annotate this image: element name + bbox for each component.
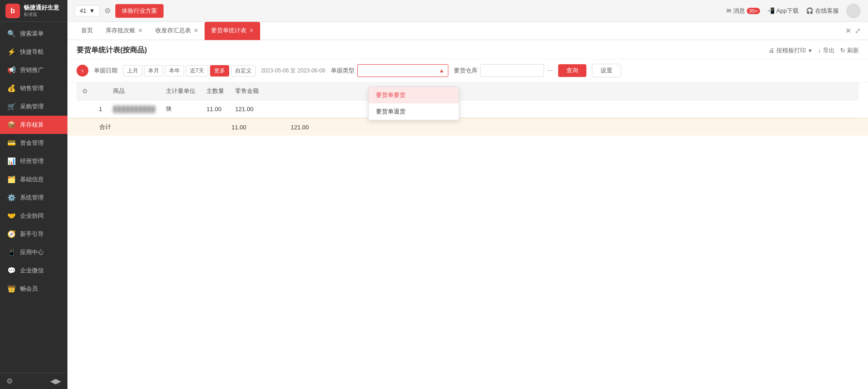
close-all-icon[interactable]: ✕: [845, 26, 851, 35]
sidebar-item-label: 经营管理: [20, 157, 44, 165]
col-spacer: [264, 82, 859, 100]
col-settings-icon[interactable]: ⚙: [82, 87, 88, 95]
sidebar-item-search[interactable]: 🔍 搜索菜单: [0, 25, 67, 43]
date-btn-7days[interactable]: 近7天: [186, 65, 208, 77]
sidebar-item-shortcut[interactable]: ⚡ 快捷导航: [0, 43, 67, 61]
sidebar-item-operation[interactable]: 📊 经营管理: [0, 152, 67, 170]
tab-receive[interactable]: 收发存汇总表 ✕: [149, 22, 205, 40]
tab-receive-close[interactable]: ✕: [194, 27, 198, 34]
type-label: 单据类型: [331, 67, 354, 75]
filter-toggle-btn[interactable]: ›: [77, 65, 88, 77]
col-num-header: [93, 82, 108, 100]
sidebar-item-label: 库存核算: [20, 121, 44, 129]
tab-batch-close[interactable]: ✕: [138, 27, 143, 34]
date-btn-this-month[interactable]: 本月: [144, 65, 163, 77]
online-service-btn[interactable]: 🎧 在线客服: [806, 7, 839, 15]
sidebar-footer: ⚙ ◀▶: [0, 373, 67, 389]
sidebar-header: b 畅捷通好生意 标准版: [0, 0, 67, 22]
refresh-btn[interactable]: ↻ 刷新: [840, 46, 859, 55]
enterprise-icon: 🤝: [6, 211, 16, 221]
sidebar-item-apps[interactable]: 📱 应用中心: [0, 243, 67, 261]
warehouse-label: 要货仓库: [454, 67, 478, 75]
print-label: 按模板打印: [776, 46, 806, 55]
sidebar-item-label: 应用中心: [20, 248, 44, 256]
row-spacer: [264, 100, 859, 118]
tab-batch[interactable]: 库存批次账 ✕: [99, 22, 149, 40]
date-btn-more[interactable]: 更多: [210, 65, 229, 77]
date-btn-custom[interactable]: 自定义: [231, 65, 256, 77]
settings-footer-icon[interactable]: ⚙: [6, 377, 13, 385]
messages-btn[interactable]: ✉ 消息 99+: [726, 7, 760, 15]
expand-icon[interactable]: ⤢: [855, 26, 861, 35]
filter-more-icon[interactable]: ···: [547, 67, 553, 75]
topbar-left: 41 ▼ ⚙ 体验行业方案: [75, 4, 164, 18]
sidebar-item-wechat[interactable]: 💬 企业微信: [0, 261, 67, 280]
page-title: 要货单统计表(按商品): [77, 46, 147, 55]
row-qty: 11.00: [201, 100, 230, 118]
content-area: 要货单统计表(按商品) 🖨 按模板打印 ▼ ↓ 导出 ↻ 刷新: [67, 40, 868, 389]
sidebar-item-basic[interactable]: 🗂️ 基础信息: [0, 170, 67, 189]
sidebar-item-sales[interactable]: 💰 销售管理: [0, 79, 67, 97]
finance-icon: 💳: [6, 138, 16, 148]
table-header-row: ⚙ 商品 主计量单位 主数量 零售金额: [77, 82, 859, 100]
app-logo: b: [5, 4, 20, 18]
basic-icon: 🗂️: [6, 174, 16, 184]
filter-bar: › 单据日期 上月 本月 本年 近7天 更多 自定义 2023-05-06 至 …: [67, 59, 868, 82]
date-label: 单据日期: [94, 67, 118, 75]
brand-sub: 标准版: [24, 11, 59, 17]
warehouse-select[interactable]: [480, 64, 544, 77]
table-body: 1 ██████████ 块 11.00 121.00: [77, 100, 859, 118]
tab-home[interactable]: 首页: [75, 22, 99, 40]
sidebar-item-inventory[interactable]: 📦 库存核算: [0, 116, 67, 134]
sidebar-item-system[interactable]: ⚙️ 系统管理: [0, 189, 67, 207]
query-btn[interactable]: 查询: [558, 64, 586, 77]
type-select[interactable]: ▲: [357, 64, 448, 77]
tab-order-stat-label: 要货单统计表: [211, 26, 247, 35]
refresh-label: 刷新: [847, 46, 859, 55]
sidebar-item-finance[interactable]: 💳 资金管理: [0, 134, 67, 152]
sidebar-item-vip[interactable]: 👑 畅会员: [0, 280, 67, 298]
dropdown-item-order-return[interactable]: 要货单退货: [369, 103, 459, 120]
sidebar-item-label: 基础信息: [20, 175, 44, 184]
sidebar-item-label: 系统管理: [20, 194, 44, 202]
sidebar-item-label: 资金管理: [20, 139, 44, 147]
table-row: 1 ██████████ 块 11.00 121.00: [77, 100, 859, 118]
col-amount-header: 零售金额: [230, 82, 264, 100]
tab-order-stat-close[interactable]: ✕: [249, 27, 254, 34]
date-btn-this-year[interactable]: 本年: [165, 65, 184, 77]
col-settings: ⚙: [77, 82, 93, 100]
store-selector[interactable]: 41 ▼: [75, 5, 100, 16]
search-icon: 🔍: [6, 29, 16, 39]
data-table: ⚙ 商品 主计量单位 主数量 零售金额 1: [77, 82, 859, 118]
dropdown-item-order-goods[interactable]: 要货单要货: [369, 87, 459, 103]
vip-icon: 👑: [6, 284, 16, 294]
page-actions: 🖨 按模板打印 ▼ ↓ 导出 ↻ 刷新: [769, 46, 859, 55]
export-btn[interactable]: ↓ 导出: [818, 46, 835, 55]
warehouse-value: [484, 67, 486, 74]
industry-btn[interactable]: 体验行业方案: [115, 4, 164, 18]
topbar: 41 ▼ ⚙ 体验行业方案 ✉ 消息 99+ 📲 App下载 🎧 在线客服: [67, 0, 868, 22]
collapse-icon[interactable]: ◀▶: [50, 377, 61, 385]
brand-name: 畅捷通好生意: [24, 4, 59, 12]
app-download-btn[interactable]: 📲 App下载: [767, 7, 799, 15]
row-unit: 块: [160, 100, 201, 118]
print-icon: 🖨: [769, 47, 775, 54]
date-btn-last-month[interactable]: 上月: [123, 65, 142, 77]
footer-label: 合计: [99, 123, 168, 131]
avatar[interactable]: [846, 4, 861, 18]
print-btn[interactable]: 🖨 按模板打印 ▼: [769, 46, 813, 55]
tab-order-stat[interactable]: 要货单统计表 ✕: [205, 22, 260, 40]
inventory-icon: 📦: [6, 120, 16, 130]
sidebar-item-enterprise[interactable]: 🤝 企业协同: [0, 207, 67, 225]
sidebar-item-guide[interactable]: 🧭 新手引导: [0, 225, 67, 243]
page-header: 要货单统计表(按商品) 🖨 按模板打印 ▼ ↓ 导出 ↻ 刷新: [67, 40, 868, 59]
gear-icon[interactable]: ⚙: [104, 6, 111, 15]
settings-btn[interactable]: 设置: [592, 64, 621, 77]
operation-icon: 📊: [6, 156, 16, 166]
sidebar: b 畅捷通好生意 标准版 🔍 搜索菜单 ⚡ 快捷导航 📢 营销推广 💰 销售管理…: [0, 0, 67, 389]
sidebar-item-marketing[interactable]: 📢 营销推广: [0, 61, 67, 79]
sidebar-item-purchase[interactable]: 🛒 采购管理: [0, 97, 67, 116]
tab-batch-label: 库存批次账: [106, 26, 135, 35]
brand-info: 畅捷通好生意 标准版: [24, 4, 59, 18]
row-goods: ██████████: [108, 100, 160, 118]
